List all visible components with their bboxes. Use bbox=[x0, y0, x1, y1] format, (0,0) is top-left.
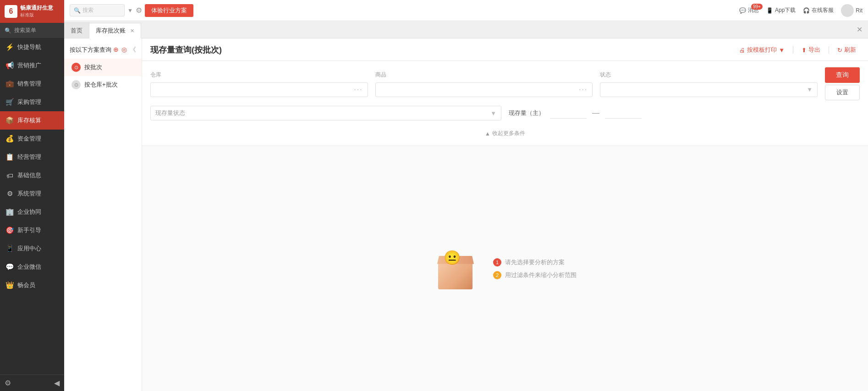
sidebar-item-marketing[interactable]: 📢 营销推广 bbox=[0, 56, 64, 75]
tab-batch-account[interactable]: 库存批次账 ✕ bbox=[89, 23, 141, 38]
plan-item-by-warehouse-batch[interactable]: ⊙ 按仓库+批次 bbox=[64, 76, 142, 93]
collapse-sidebar-icon[interactable]: ◀ bbox=[54, 379, 60, 387]
enterprise-wechat-icon: 💬 bbox=[5, 263, 14, 271]
export-icon: ⬆ bbox=[802, 47, 807, 54]
filter-area: 仓库 ··· 商品 ··· 状态 bbox=[142, 61, 868, 146]
main-area: 🔍 搜索 ▼ ⚙ 体验行业方案 💬 消息 99+ 📱 App下载 🎧 在线客服 bbox=[64, 0, 868, 391]
empty-hints: 1 请先选择要分析的方案 2 用过滤条件来缩小分析范围 bbox=[493, 258, 577, 279]
tab-batch-account-label: 库存批次账 bbox=[96, 27, 126, 35]
filter-row-1: 仓库 ··· 商品 ··· 状态 bbox=[150, 67, 860, 100]
collapse-up-icon: ▲ bbox=[485, 130, 490, 137]
status-select[interactable]: ▼ bbox=[600, 82, 818, 97]
sidebar-item-label: 基础信息 bbox=[17, 171, 41, 179]
refresh-btn[interactable]: ↻ 刷新 bbox=[834, 44, 860, 56]
empty-hint-2: 2 用过滤条件来缩小分析范围 bbox=[493, 271, 577, 279]
sidebar-item-quick-nav[interactable]: ⚡ 快捷导航 bbox=[0, 38, 64, 56]
sidebar-item-operations[interactable]: 📋 经营管理 bbox=[0, 148, 64, 166]
print-template-btn[interactable]: 🖨 按模板打印 ▼ bbox=[736, 44, 788, 56]
product-input[interactable]: ··· bbox=[375, 82, 593, 97]
filter-row-2: 现存量状态 ▼ 现存量（主） — bbox=[150, 106, 860, 120]
action-divider-2 bbox=[829, 46, 829, 54]
sidebar-item-members[interactable]: 👑 畅会员 bbox=[0, 276, 64, 294]
messages-btn[interactable]: 💬 消息 99+ bbox=[739, 6, 759, 14]
inventory-qty-max-input[interactable] bbox=[605, 108, 642, 119]
warehouse-input[interactable]: ··· bbox=[150, 82, 368, 97]
sidebar: 6 畅康通好生意 标准版 🔍 搜索菜单 ⚡ 快捷导航 📢 营销推广 💼 销售管理… bbox=[0, 0, 64, 391]
system-icon: ⚙ bbox=[5, 190, 14, 198]
sidebar-item-enterprise[interactable]: 🏢 企业协同 bbox=[0, 203, 64, 221]
sidebar-search-label: 搜索菜单 bbox=[14, 27, 36, 34]
username: Rit bbox=[856, 7, 863, 14]
print-dropdown-icon: ▼ bbox=[779, 47, 785, 54]
topbar-left: 🔍 搜索 ▼ ⚙ 体验行业方案 bbox=[70, 4, 736, 17]
sidebar-footer: ⚙ ◀ bbox=[0, 375, 64, 391]
sidebar-item-enterprise-wechat[interactable]: 💬 企业微信 bbox=[0, 258, 64, 276]
inventory-status-select[interactable]: 现存量状态 ▼ bbox=[150, 106, 501, 120]
settings-footer-icon[interactable]: ⚙ bbox=[5, 379, 11, 387]
app-download-btn[interactable]: 📱 App下载 bbox=[766, 6, 796, 14]
settings-btn[interactable]: 设置 bbox=[825, 85, 860, 100]
sidebar-item-inventory[interactable]: 📦 库存核算 bbox=[0, 111, 64, 130]
plan-settings-icon[interactable]: ◎ bbox=[121, 46, 127, 54]
inventory-status-filter-group: 现存量状态 ▼ bbox=[150, 106, 501, 120]
tabbar: 首页 库存批次账 ✕ ✕ bbox=[64, 21, 868, 38]
sidebar-item-label: 采购管理 bbox=[17, 98, 41, 106]
status-label: 状态 bbox=[600, 71, 818, 79]
content-area: 按以下方案查询 ⊕ ◎ 《 ⊙ 按批次 ⊙ 按仓库+批次 bbox=[64, 38, 868, 391]
collapse-more-btn[interactable]: ▲ 收起更多条件 bbox=[150, 126, 860, 139]
query-btn[interactable]: 查询 bbox=[825, 67, 860, 83]
topbar-settings-icon[interactable]: ⚙ bbox=[136, 6, 142, 15]
tab-home[interactable]: 首页 bbox=[64, 22, 89, 38]
app-download-label: App下载 bbox=[775, 6, 796, 14]
inventory-qty-min-input[interactable] bbox=[550, 108, 587, 119]
app-version: 标准版 bbox=[20, 12, 53, 18]
online-service-btn[interactable]: 🎧 在线客服 bbox=[803, 6, 834, 14]
collapse-left-icon[interactable]: 《 bbox=[130, 46, 136, 54]
user-area[interactable]: Rit bbox=[841, 4, 863, 17]
sidebar-item-label: 企业协同 bbox=[17, 208, 41, 216]
status-dropdown-icon: ▼ bbox=[807, 86, 813, 93]
sidebar-item-sales[interactable]: 💼 销售管理 bbox=[0, 75, 64, 93]
hint-num-2: 2 bbox=[493, 271, 501, 279]
sidebar-item-purchase[interactable]: 🛒 采购管理 bbox=[0, 93, 64, 111]
plan-label-batch: 按批次 bbox=[84, 63, 102, 71]
sidebar-item-finance[interactable]: 💰 资金管理 bbox=[0, 130, 64, 148]
tab-home-label: 首页 bbox=[71, 27, 82, 35]
left-panel: 按以下方案查询 ⊕ ◎ 《 ⊙ 按批次 ⊙ 按仓库+批次 bbox=[64, 38, 142, 391]
topbar-search-text: 搜索 bbox=[82, 6, 93, 14]
sidebar-item-label: 经营管理 bbox=[17, 153, 41, 161]
sidebar-search[interactable]: 🔍 搜索菜单 bbox=[0, 23, 64, 38]
search-icon: 🔍 bbox=[5, 27, 11, 34]
finance-icon: 💰 bbox=[5, 135, 14, 143]
sidebar-header: 6 畅康通好生意 标准版 bbox=[0, 0, 64, 23]
query-action-group: 查询 设置 bbox=[825, 67, 860, 100]
tab-panel-close-icon[interactable]: ✕ bbox=[851, 21, 868, 38]
tab-close-icon[interactable]: ✕ bbox=[130, 28, 134, 34]
topbar-dropdown-icon[interactable]: ▼ bbox=[127, 7, 133, 14]
sidebar-item-system[interactable]: ⚙ 系统管理 bbox=[0, 185, 64, 203]
print-label: 按模板打印 bbox=[747, 46, 777, 54]
experience-btn[interactable]: 体验行业方案 bbox=[145, 4, 193, 17]
sidebar-item-basic[interactable]: 🏷 基础信息 bbox=[0, 166, 64, 185]
export-btn[interactable]: ⬆ 导出 bbox=[798, 44, 824, 56]
app-logo: 6 bbox=[5, 5, 17, 18]
warehouse-more-icon: ··· bbox=[354, 86, 363, 94]
page-header: 现存量查询(按批次) 🖨 按模板打印 ▼ ⬆ 导出 ↻ 刷 bbox=[142, 38, 868, 61]
plan-item-by-batch[interactable]: ⊙ 按批次 bbox=[64, 59, 142, 76]
warehouse-filter-group: 仓库 ··· bbox=[150, 71, 368, 97]
quick-nav-icon: ⚡ bbox=[5, 43, 14, 51]
refresh-label: 刷新 bbox=[844, 46, 856, 54]
left-panel-title: 按以下方案查询 bbox=[70, 46, 111, 54]
inventory-status-label: 现存量状态 bbox=[155, 109, 488, 117]
sidebar-item-label: 畅会员 bbox=[17, 281, 35, 289]
topbar-search-box[interactable]: 🔍 搜索 bbox=[70, 4, 125, 16]
add-plan-icon[interactable]: ⊕ bbox=[113, 46, 119, 54]
page-title: 现存量查询(按批次) bbox=[150, 44, 222, 55]
sidebar-item-label: 营销推广 bbox=[17, 61, 41, 70]
sidebar-item-newbie[interactable]: 🎯 新手引导 bbox=[0, 221, 64, 239]
content-wrapper: 现存量查询(按批次) 🖨 按模板打印 ▼ ⬆ 导出 ↻ 刷 bbox=[142, 38, 868, 391]
sidebar-item-label: 库存核算 bbox=[17, 116, 41, 125]
warehouse-label: 仓库 bbox=[150, 71, 368, 79]
sidebar-item-app-center[interactable]: 📱 应用中心 bbox=[0, 239, 64, 258]
sidebar-item-label: 快捷导航 bbox=[17, 43, 41, 51]
